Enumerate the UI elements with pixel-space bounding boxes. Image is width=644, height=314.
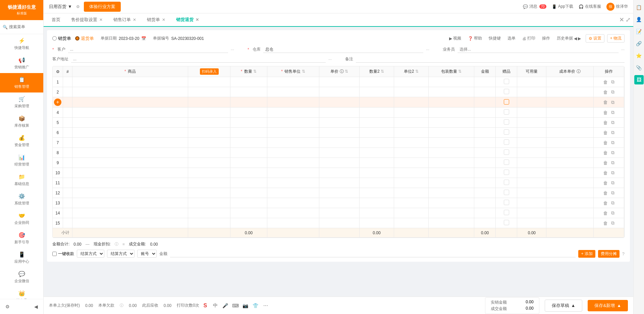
copy-row-2[interactable]: ⧉: [610, 88, 615, 96]
row-qty2-1[interactable]: [360, 77, 394, 87]
copy-row[interactable]: ⧉: [610, 189, 615, 196]
sidebar-item-apps[interactable]: 📱 应用中心: [0, 248, 43, 267]
video-btn[interactable]: ▶ 视频: [447, 35, 463, 42]
sidebar-item-member[interactable]: 👑 畅会员: [0, 287, 43, 299]
warehouse-dots[interactable]: ···: [426, 47, 429, 52]
row-unit-price-1[interactable]: [319, 77, 360, 87]
amount-input[interactable]: [170, 250, 576, 257]
radio-return-input[interactable]: [75, 36, 79, 41]
sort-icon[interactable]: ⇅: [253, 69, 257, 74]
warehouse-input[interactable]: [263, 46, 423, 53]
radio-return[interactable]: 退货单: [75, 36, 94, 42]
row-cost-3[interactable]: [546, 97, 593, 108]
th-scan[interactable]: 扫码录入: [188, 66, 230, 77]
delete-row[interactable]: 🗑: [602, 149, 608, 156]
copy-row-3[interactable]: ⧉: [610, 99, 615, 106]
s-icon[interactable]: S: [201, 302, 209, 310]
delete-row[interactable]: 🗑: [602, 210, 608, 216]
collapse-icon[interactable]: ◀: [32, 303, 40, 311]
copy-row[interactable]: ⧉: [610, 209, 615, 216]
copy-row[interactable]: ⧉: [610, 169, 615, 176]
delete-row[interactable]: 🗑: [602, 160, 608, 166]
right-panel-icon-1[interactable]: 📋: [634, 3, 644, 12]
tab-sale-order-close[interactable]: ✕: [133, 17, 136, 22]
row-product-2[interactable]: [72, 87, 188, 97]
row-unit-price-3[interactable]: [319, 97, 360, 108]
right-panel-icon-3[interactable]: 📝: [634, 27, 644, 36]
sidebar-item-sales[interactable]: 📋 销售管理: [0, 73, 43, 92]
sidebar-item-operations[interactable]: 📊 经营管理: [0, 151, 43, 170]
sort-icon6[interactable]: ⇅: [458, 69, 462, 74]
add-logistics-btn[interactable]: + 物流: [607, 34, 625, 43]
staff-input[interactable]: [458, 46, 619, 53]
settings-bottom-icon[interactable]: ⚙: [3, 303, 11, 311]
delete-row[interactable]: 🗑: [602, 180, 608, 186]
one-click-checkbox[interactable]: [52, 252, 57, 256]
help-btn[interactable]: ❓ 帮助: [466, 35, 484, 42]
sort-icon4[interactable]: ⇅: [381, 69, 384, 74]
sidebar-item-shortcut[interactable]: ⚡ 快捷导航: [0, 34, 43, 54]
sidebar-item-basic[interactable]: 📁 基础信息: [0, 170, 43, 190]
row-unit2-2[interactable]: [394, 87, 428, 97]
debt-info-icon[interactable]: ⓘ: [120, 303, 123, 308]
sort-icon5[interactable]: ⇅: [415, 69, 419, 74]
sidebar-item-system[interactable]: ⚙️ 系统管理: [0, 190, 43, 209]
row-unit-price-2[interactable]: [319, 87, 360, 97]
row-amount-1[interactable]: [474, 77, 496, 87]
keyboard-icon[interactable]: ⌨: [231, 302, 239, 310]
right-panel-icon-4[interactable]: 🔗: [634, 39, 644, 48]
delete-row[interactable]: 🗑: [602, 170, 608, 176]
row-qty2-2[interactable]: [360, 87, 394, 97]
sidebar-item-wechat[interactable]: 💬 企业微信: [0, 267, 43, 287]
row-amount-3[interactable]: [474, 97, 496, 108]
copy-row[interactable]: ⧉: [610, 159, 615, 166]
customer-input[interactable]: [68, 46, 228, 53]
delete-row[interactable]: 🗑: [602, 190, 608, 196]
sort-icon3[interactable]: ⇅: [345, 69, 348, 74]
save-new-button[interactable]: 保存&新增 ▲: [588, 300, 628, 311]
select-btn[interactable]: 选单: [505, 35, 518, 42]
right-panel-icon-6[interactable]: 📎: [634, 63, 644, 72]
address-dots[interactable]: ···: [328, 57, 332, 62]
nav-selector[interactable]: 日用百货 ▼: [49, 4, 72, 10]
shortcut-btn[interactable]: 快捷键: [487, 35, 503, 42]
staff-dots[interactable]: ···: [621, 47, 625, 52]
right-panel-icon-2[interactable]: 👤: [634, 15, 644, 24]
expand-icon[interactable]: ⤢: [626, 16, 631, 23]
row-qty2-3[interactable]: [360, 97, 394, 108]
message-item[interactable]: 💬 消息 70: [523, 4, 546, 9]
row-cost-1[interactable]: [546, 77, 593, 87]
row-unit2-3[interactable]: [394, 97, 428, 108]
delete-row-2[interactable]: 🗑: [602, 89, 608, 96]
copy-row[interactable]: ⧉: [610, 129, 615, 136]
remark-input[interactable]: [356, 56, 625, 63]
fee-split-btn[interactable]: 费用分摊: [598, 250, 620, 258]
one-click-pay-check[interactable]: 一键收款: [52, 251, 74, 257]
right-panel-icon-7[interactable]: 🖼: [634, 75, 644, 84]
copy-row[interactable]: ⧉: [610, 219, 615, 227]
zhong-icon[interactable]: 中: [211, 302, 219, 310]
print-btn[interactable]: 🖨 打印: [520, 35, 537, 42]
sidebar-item-marketing[interactable]: 📢 营销推广: [0, 54, 43, 73]
sidebar-item-inventory[interactable]: 📦 库存核算: [0, 112, 43, 131]
sidebar-item-guide[interactable]: 🎯 新手引导: [0, 229, 43, 248]
tab-home[interactable]: 首页: [46, 13, 66, 27]
sidebar-item-finance[interactable]: 💰 资金管理: [0, 131, 43, 151]
row-available-2[interactable]: [517, 87, 546, 97]
gear-icon[interactable]: ⚙: [76, 4, 80, 9]
row-cost-2[interactable]: [546, 87, 593, 97]
delete-row[interactable]: 🗑: [602, 139, 608, 146]
copy-row[interactable]: ⧉: [610, 199, 615, 206]
delete-row-3[interactable]: 🗑: [602, 99, 608, 106]
tab-sale-price[interactable]: 售价提取设置 ✕: [66, 13, 108, 27]
customer-dots[interactable]: ···: [231, 47, 234, 52]
fee-question-icon[interactable]: ?: [622, 251, 625, 256]
add-payment-btn[interactable]: + 添加: [578, 250, 595, 258]
row-sale-unit-2[interactable]: [267, 87, 319, 97]
radio-sale-input[interactable]: [52, 36, 57, 41]
operate-btn[interactable]: 操作: [540, 35, 552, 42]
copy-row-1[interactable]: ⧉: [610, 78, 615, 85]
account-select[interactable]: 结算方式: [107, 250, 135, 258]
right-panel-icon-5[interactable]: ⭐: [634, 51, 644, 60]
more-icon[interactable]: ⋯: [262, 302, 270, 310]
